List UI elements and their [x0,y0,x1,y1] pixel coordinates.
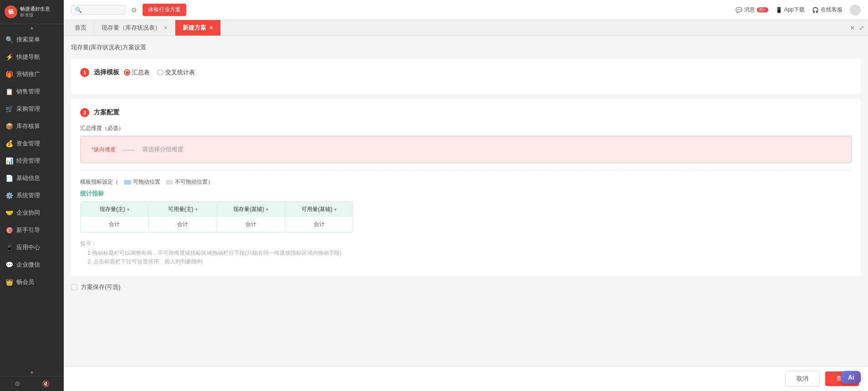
tab-new-plan[interactable]: 新建方案 ✕ [175,20,221,36]
tab-new-plan-close[interactable]: ✕ [209,25,213,31]
save-option-label: 方案保存(可选) [81,283,121,291]
stats-section-title: 统计指标 [80,190,852,198]
close-panel-icon[interactable]: ✕ [850,24,855,31]
search-icon: 🔍 [5,36,13,43]
sidebar-item-label: 快捷导航 [16,53,40,61]
tips-title: 提示： [80,240,852,247]
app-center-icon: 📱 [5,244,13,251]
radio-cross[interactable]: 交叉统计表 [157,68,195,77]
inventory-icon: 📦 [5,123,13,130]
step2-title: 方案配置 [94,108,119,117]
online-service-btn[interactable]: 🎧 在线客服 [812,6,842,14]
trial-btn[interactable]: 体验行业方案 [143,4,186,16]
marketing-icon: 🎁 [5,71,13,78]
summary-dimension-label: 汇总维度（必选） [80,124,852,132]
stats-col-4[interactable]: 可用量(基辅) ▾ [285,202,353,217]
sidebar-item-contract[interactable]: 🤝 企业协同 [0,204,64,221]
fixed-indicator-icon [166,180,173,185]
sidebar-item-label: 经营管理 [16,157,40,165]
tab-inventory-close[interactable]: ✕ [163,25,168,31]
sidebar-item-wechat[interactable]: 💬 企业微信 [0,256,64,273]
sidebar-item-member[interactable]: 👑 畅会员 [0,273,64,291]
tab-new-plan-label: 新建方案 [183,24,206,32]
dimension-required-star: *纵向维度 [92,146,116,154]
dimension-box[interactable]: *纵向维度 —— 请选择分组维度 [80,136,852,163]
sidebar-item-marketing[interactable]: 🎁 营销推广 [0,66,64,83]
logo-sub: 标准版 [20,12,50,18]
step2-card: 2 方案配置 汇总维度（必选） *纵向维度 —— 请选择分组维度 模板指标设定（… [71,99,861,276]
sidebar-item-finance[interactable]: 💰 资金管理 [0,135,64,152]
stats-cell-3: 合计 [217,217,286,232]
chevron-down-icon-3: ▾ [266,207,268,212]
sidebar-item-label: 资金管理 [16,139,40,148]
basic-info-icon: 📄 [5,175,13,182]
sidebar-item-newbie[interactable]: 🎯 新手引导 [0,221,64,239]
step1-title: 选择模板 [94,68,119,77]
gear-icon[interactable]: ⚙ [131,6,137,14]
sidebar-item-quick-nav[interactable]: ⚡ 快捷导航 [0,48,64,66]
stats-col-3[interactable]: 现存量(基辅) ▾ [217,202,286,217]
dimension-separator: —— [123,146,135,153]
chevron-down-icon-2: ▾ [195,207,198,212]
stats-cell-4: 合计 [285,217,353,232]
app-download-btn[interactable]: 📱 App下载 [776,6,805,14]
sidebar-item-label: 应用中心 [16,243,40,252]
sidebar-bottom: ⚙ 🔇 [0,376,64,391]
system-icon: ⚙️ [5,192,13,199]
tab-home[interactable]: 首页 [67,20,94,36]
contract-icon: 🤝 [5,209,13,216]
sidebar-item-search[interactable]: 🔍 搜索菜单 [0,31,64,48]
sound-bottom-icon[interactable]: 🔇 [42,380,50,387]
indicator-draggable-box: 可拖动位置 [124,178,160,186]
stats-col-2[interactable]: 可用量(主) ▾ [149,202,217,217]
tab-inventory-label: 现存量（库存状况表） [102,24,161,32]
topbar-search-box[interactable]: 🔍 [71,5,126,15]
ai-float-button[interactable]: Ai [842,371,861,384]
message-label: 消息 [744,6,755,14]
sidebar-item-label: 企业协同 [16,209,40,217]
app-download-icon: 📱 [776,7,782,13]
sidebar-item-label: 营销推广 [16,70,40,78]
member-icon: 👑 [5,278,13,286]
sidebar-item-purchase[interactable]: 🛒 采购管理 [0,100,64,118]
tips-section: 提示： 1.拖动标题栏可以调整布局，不可跨维度或指标区域拖动栏目字段(只能在同一… [80,240,852,266]
quick-nav-icon: ⚡ [5,53,13,61]
chevron-down-icon-4: ▾ [334,207,337,212]
tab-home-label: 首页 [75,24,87,32]
step1-card: 1 选择模板 汇总表 交叉统计表 [71,59,861,93]
sidebar-item-app-center[interactable]: 📱 应用中心 [0,239,64,256]
stats-col-1-label: 现存量(主) [100,206,125,213]
tab-inventory-status[interactable]: 现存量（库存状况表） ✕ [94,20,175,36]
sidebar-item-operations[interactable]: 📊 经营管理 [0,152,64,170]
sidebar-item-sales[interactable]: 📋 销售管理 [0,83,64,100]
stats-col-1[interactable]: 现存量(主) ▾ [81,202,149,217]
sidebar-item-basic-info[interactable]: 📄 基础信息 [0,170,64,187]
expand-icon[interactable]: ⤢ [859,24,864,31]
message-btn[interactable]: 💬 消息 99+ [735,6,768,14]
save-checkbox[interactable] [71,284,77,290]
settings-bottom-icon[interactable]: ⚙ [15,380,20,387]
sidebar-item-inventory[interactable]: 📦 库存核算 [0,118,64,135]
sidebar-item-system[interactable]: ⚙️ 系统管理 [0,187,64,204]
search-input[interactable] [84,7,120,13]
radio-cross-label: 交叉统计表 [165,68,195,77]
finance-icon: 💰 [5,140,13,147]
radio-summary[interactable]: 汇总表 [124,68,150,77]
app-download-label: App下载 [784,6,805,14]
topbar-right: 💬 消息 99+ 📱 App下载 🎧 在线客服 [735,5,861,15]
sidebar-nav: 🔍 搜索菜单 ⚡ 快捷导航 🎁 营销推广 📋 销售管理 🛒 采购管理 📦 库存核… [0,31,64,369]
step1-header: 1 选择模板 汇总表 交叉统计表 [80,68,852,77]
sidebar-scroll-down[interactable]: ▼ [0,369,64,376]
sidebar-item-label: 搜索菜单 [16,36,40,44]
sidebar-item-label: 系统管理 [16,191,40,200]
stats-cell-2: 合计 [149,217,217,232]
topbar: 🔍 ⚙ 体验行业方案 💬 消息 99+ 📱 App下载 🎧 在线客服 [64,0,868,20]
online-service-icon: 🎧 [812,7,819,13]
bottom-bar: 取消 查询 [64,366,868,391]
template-radio-group: 汇总表 交叉统计表 [124,68,195,77]
stats-table: 现存量(主) ▾ 可用量(主) ▾ 现存量(基辅) ▾ 可用量(基辅) ▾ [80,201,353,232]
user-avatar[interactable] [850,5,861,15]
cancel-button[interactable]: 取消 [785,371,820,386]
sidebar-scroll-up[interactable]: ▲ [0,24,64,31]
message-icon: 💬 [735,7,742,13]
